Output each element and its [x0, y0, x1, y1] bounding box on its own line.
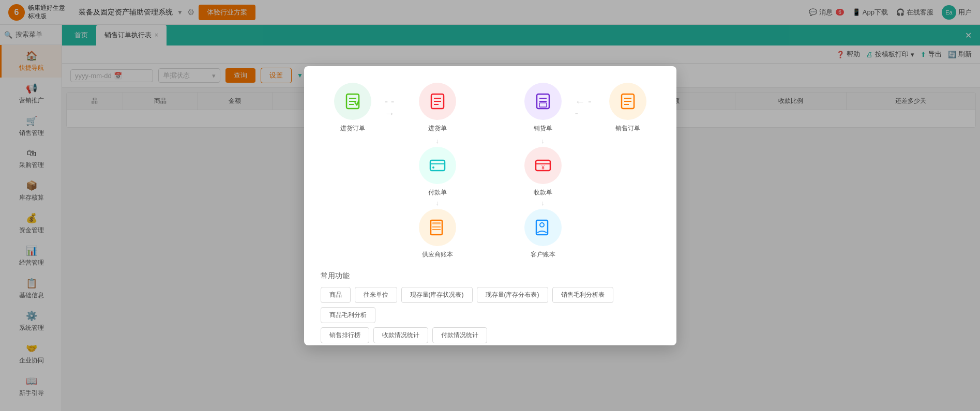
svg-point-18 — [432, 166, 434, 169]
flow-customer-account[interactable]: 客户账本 — [524, 209, 562, 259]
func-btn-row2-0[interactable]: 销售排行榜 — [321, 327, 369, 343]
svg-rect-23 — [432, 222, 441, 224]
common-functions-title: 常用功能 — [321, 271, 660, 281]
flow-sales-slip[interactable]: 销货单 — [524, 83, 562, 133]
svg-point-27 — [540, 223, 544, 227]
customer-account-icon — [524, 209, 562, 246]
modal-overlay[interactable]: 进货订单 - - → 进货单 销货单 ← - - — [0, 0, 980, 411]
purchase-slip-icon — [419, 83, 456, 120]
svg-rect-11 — [539, 103, 547, 107]
func-btn-row1-5[interactable]: 商品毛利分析 — [321, 307, 375, 323]
func-btn-row1-1[interactable]: 往来单位 — [355, 287, 397, 303]
arrow-down-payment: ↓ — [435, 199, 439, 207]
purchase-order-icon — [334, 83, 371, 120]
arrow-sales-order-to-slip: ← - - — [575, 96, 596, 119]
arrow-down-receipt: ↓ — [541, 199, 545, 207]
common-functions: 常用功能 商品往来单位现存量(库存状况表)现存量(库存分布表)销售毛利分析表商品… — [321, 271, 660, 343]
flow-sales-order[interactable]: 销售订单 — [609, 83, 646, 133]
receipt-slip-icon: ¥ — [524, 147, 562, 184]
func-btn-row1-2[interactable]: 现存量(库存状况表) — [401, 287, 473, 303]
sales-slip-icon — [524, 83, 562, 120]
svg-text:¥: ¥ — [541, 165, 545, 171]
payment-slip-icon — [419, 147, 456, 184]
flow-purchase-slip[interactable]: 进货单 — [419, 83, 456, 133]
func-buttons-row2: 销售排行榜收款情况统计付款情况统计 — [321, 327, 660, 343]
flow-payment-slip[interactable]: 付款单 — [419, 147, 456, 197]
func-btn-row2-1[interactable]: 收款情况统计 — [373, 327, 428, 343]
func-buttons-row1: 商品往来单位现存量(库存状况表)现存量(库存分布表)销售毛利分析表商品毛利分析 — [321, 287, 660, 323]
func-btn-row1-3[interactable]: 现存量(库存分布表) — [477, 287, 548, 303]
arrow-down-sales: ↓ — [541, 137, 545, 145]
flow-purchase-order[interactable]: 进货订单 — [334, 83, 371, 133]
supplier-account-icon — [419, 209, 456, 246]
func-btn-row1-4[interactable]: 销售毛利分析表 — [552, 287, 613, 303]
arrow-down-purchase: ↓ — [435, 137, 439, 145]
flow-receipt-slip[interactable]: ¥ 收款单 — [524, 147, 562, 197]
svg-rect-16 — [430, 160, 445, 171]
flow-supplier-account[interactable]: 供应商账本 — [419, 209, 456, 259]
sales-order-icon — [609, 83, 646, 120]
modal-dialog: 进货订单 - - → 进货单 销货单 ← - - — [304, 66, 676, 345]
func-btn-row2-2[interactable]: 付款情况统计 — [432, 327, 487, 343]
func-btn-row1-0[interactable]: 商品 — [321, 287, 351, 303]
arrow-purchase-order-to-slip: - - → — [385, 96, 405, 119]
